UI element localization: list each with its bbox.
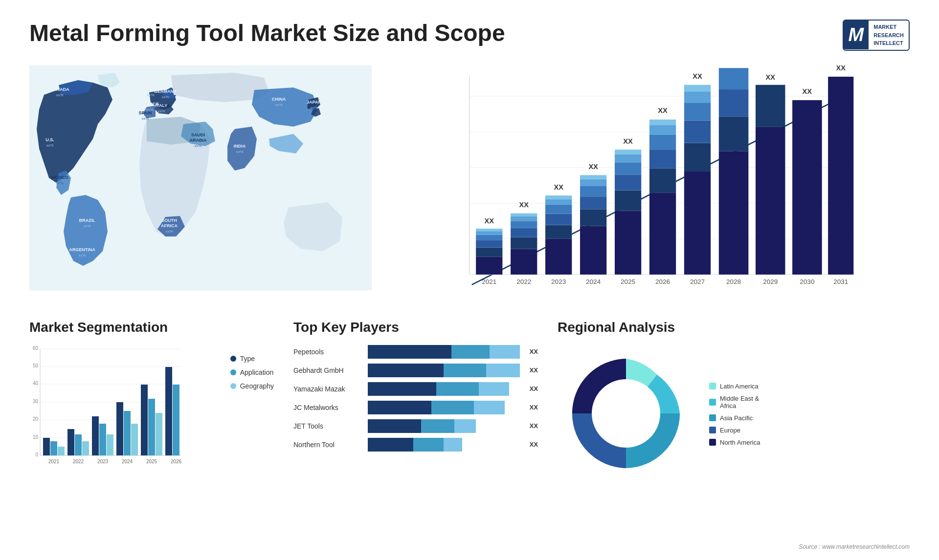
svg-rect-83 — [649, 193, 676, 274]
top-row: CANADA xx% U.S. xx% MEXICO xx% BRAZIL xx… — [29, 65, 910, 300]
svg-text:CHINA: CHINA — [272, 97, 286, 102]
svg-point-154 — [592, 379, 660, 448]
legend-latin-america: Latin America — [709, 383, 760, 390]
svg-rect-133 — [58, 447, 65, 455]
bar-chart-svg: XX 2021 XX 2022 — [391, 65, 910, 300]
svg-text:50: 50 — [33, 363, 39, 368]
svg-rect-99 — [719, 151, 749, 275]
player-bar — [368, 401, 520, 414]
svg-text:40: 40 — [33, 381, 39, 386]
player-bar — [368, 345, 520, 359]
svg-rect-59 — [545, 238, 572, 274]
players-title: Top Key Players — [293, 320, 538, 335]
svg-text:xx%: xx% — [78, 253, 86, 258]
color-box-asia — [709, 414, 716, 421]
svg-rect-148 — [148, 399, 155, 455]
svg-text:xx%: xx% — [236, 150, 243, 154]
player-name: Gebhardt GmbH — [293, 366, 362, 374]
svg-text:30: 30 — [33, 399, 39, 404]
chart-section: XX 2021 XX 2022 — [391, 65, 910, 300]
player-bar — [368, 419, 520, 433]
svg-rect-75 — [615, 211, 641, 274]
svg-text:xx%: xx% — [194, 144, 201, 148]
regional-title: Regional Analysis — [558, 320, 910, 335]
svg-text:20: 20 — [33, 416, 39, 422]
svg-rect-137 — [82, 441, 89, 455]
svg-rect-84 — [649, 168, 676, 193]
svg-text:2022: 2022 — [73, 459, 84, 464]
svg-rect-52 — [511, 237, 537, 249]
svg-rect-61 — [545, 214, 572, 225]
svg-text:2023: 2023 — [551, 278, 566, 285]
player-value: XX — [530, 404, 538, 411]
legend-dot-geography — [230, 383, 236, 389]
color-box-latin — [709, 383, 716, 389]
svg-text:XX: XX — [623, 137, 633, 145]
svg-rect-149 — [156, 413, 162, 455]
segmentation-title: Market Segmentation — [29, 320, 274, 335]
svg-rect-46 — [476, 235, 502, 240]
source-text: Source : www.marketresearchintellect.com — [799, 543, 910, 550]
svg-text:CANADA: CANADA — [50, 87, 69, 92]
svg-rect-62 — [545, 204, 572, 214]
legend-middle-east: Middle East &Africa — [709, 395, 760, 409]
svg-text:xx%: xx% — [141, 116, 149, 121]
svg-text:INDIA: INDIA — [234, 144, 246, 149]
svg-text:XX: XX — [803, 87, 812, 95]
svg-rect-144 — [124, 411, 131, 455]
svg-rect-51 — [511, 249, 537, 274]
svg-text:U.S.: U.S. — [45, 137, 54, 142]
svg-rect-76 — [615, 190, 641, 211]
svg-rect-136 — [75, 434, 82, 455]
svg-text:SAUDI: SAUDI — [191, 132, 205, 137]
svg-rect-60 — [545, 225, 572, 238]
svg-text:xx%: xx% — [46, 143, 53, 148]
svg-rect-44 — [476, 247, 502, 257]
svg-rect-132 — [50, 441, 57, 455]
legend-north-america: North America — [709, 439, 760, 446]
svg-text:2024: 2024 — [586, 278, 601, 285]
player-row: Yamazaki Mazak XX — [293, 382, 538, 396]
svg-text:xx%: xx% — [83, 224, 90, 228]
svg-text:JAPAN: JAPAN — [307, 100, 321, 105]
svg-text:2021: 2021 — [48, 459, 60, 464]
regional-section: Regional Analysis — [558, 320, 910, 484]
svg-text:xx%: xx% — [310, 106, 317, 110]
svg-rect-96 — [684, 85, 711, 91]
svg-text:60: 60 — [33, 345, 39, 351]
svg-text:xx%: xx% — [56, 93, 63, 97]
svg-rect-152 — [173, 385, 179, 455]
svg-text:ITALY: ITALY — [156, 103, 168, 108]
svg-rect-70 — [580, 186, 606, 196]
player-name: Pepetools — [293, 348, 362, 356]
page: Metal Forming Tool Market Size and Scope… — [0, 0, 939, 560]
svg-rect-54 — [511, 221, 537, 228]
seg-chart: 0 10 20 30 40 50 60 — [29, 345, 274, 482]
svg-rect-135 — [67, 429, 74, 455]
svg-text:AFRICA: AFRICA — [161, 223, 178, 228]
svg-rect-69 — [580, 196, 606, 209]
svg-text:XX: XX — [658, 107, 668, 114]
legend-item-type: Type — [230, 355, 274, 363]
svg-rect-71 — [580, 179, 606, 186]
svg-text:xx%: xx% — [275, 103, 282, 107]
svg-rect-109 — [792, 100, 822, 274]
svg-text:XX: XX — [519, 201, 529, 209]
svg-text:2031: 2031 — [833, 278, 848, 285]
svg-text:xx%: xx% — [161, 95, 169, 99]
donut-legend: Latin America Middle East &Africa Asia P… — [709, 383, 760, 446]
svg-text:2030: 2030 — [800, 278, 814, 285]
svg-text:XX: XX — [836, 65, 846, 72]
players-list: Pepetools XX Gebhardt GmbH XX — [293, 345, 538, 452]
logo: M MARKET RESEARCH INTELLECT — [843, 20, 910, 51]
logo-text: MARKET RESEARCH INTELLECT — [869, 21, 909, 50]
svg-rect-78 — [615, 162, 641, 174]
svg-text:2025: 2025 — [621, 278, 635, 285]
svg-text:xx%: xx% — [165, 229, 173, 234]
svg-text:2022: 2022 — [516, 278, 531, 285]
svg-rect-47 — [476, 231, 502, 235]
player-row: JC Metalworks XX — [293, 401, 538, 414]
svg-rect-105 — [756, 127, 785, 275]
svg-text:2023: 2023 — [97, 459, 109, 464]
segmentation-section: Market Segmentation 0 10 20 30 40 50 60 — [29, 320, 274, 484]
